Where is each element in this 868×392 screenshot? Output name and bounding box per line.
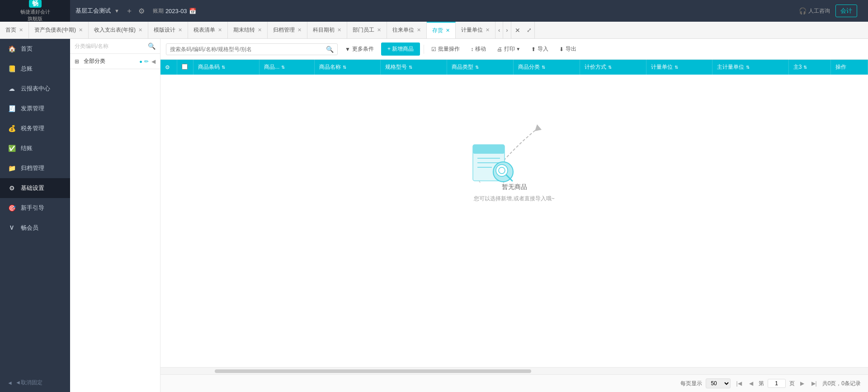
tab-template-close[interactable]: ✕ bbox=[178, 27, 182, 33]
tab-tax-close[interactable]: ✕ bbox=[218, 27, 222, 33]
top-bar-right: 🎧 人工咨询 会计 bbox=[799, 5, 863, 17]
empty-illustration bbox=[447, 111, 582, 183]
product-search-input[interactable] bbox=[170, 46, 326, 52]
tab-subject-label: 科目期初 bbox=[313, 26, 335, 34]
horizontal-scrollbar[interactable] bbox=[160, 367, 868, 374]
sidebar-item-member[interactable]: V 畅会员 bbox=[0, 218, 70, 238]
member-icon: V bbox=[7, 223, 16, 232]
tab-income-close[interactable]: ✕ bbox=[138, 27, 142, 33]
export-icon: ⬇ bbox=[559, 46, 564, 52]
th-barcode[interactable]: 商品条码⇅ bbox=[193, 60, 259, 75]
new-product-button[interactable]: + 新增商品 bbox=[381, 43, 420, 56]
tab-balance-sheet[interactable]: 资产负债表(中期) ✕ bbox=[29, 22, 89, 39]
product-search-icon[interactable]: 🔍 bbox=[326, 46, 334, 53]
category-search-icon[interactable]: 🔍 bbox=[148, 43, 156, 50]
sidebar-item-settings[interactable]: ⚙ 基础设置 bbox=[0, 178, 70, 198]
category-edit-icon[interactable]: ✏ bbox=[144, 58, 149, 65]
page-first-btn[interactable]: |◀ bbox=[734, 380, 743, 387]
tab-unit[interactable]: 计量单位 ✕ bbox=[456, 22, 495, 39]
select-all-checkbox[interactable] bbox=[182, 64, 188, 70]
sidebar-item-reports[interactable]: ☁ 云报表中心 bbox=[0, 79, 70, 99]
th-spec[interactable]: 规格型号⇅ bbox=[381, 60, 447, 75]
sidebar-item-invoice[interactable]: 🧾 发票管理 bbox=[0, 99, 70, 118]
tab-dept-close[interactable]: ✕ bbox=[377, 27, 381, 33]
export-button[interactable]: ⬇ 导出 bbox=[556, 43, 580, 55]
page-prev-btn[interactable]: ◀ bbox=[747, 380, 755, 387]
tab-subject-close[interactable]: ✕ bbox=[337, 27, 341, 33]
export-label: 导出 bbox=[566, 45, 576, 53]
scrollbar-thumb[interactable] bbox=[215, 369, 531, 373]
tab-inventory[interactable]: 存货 ✕ bbox=[427, 22, 456, 39]
category-label[interactable]: 全部分类 bbox=[84, 57, 139, 65]
category-collapse-icon[interactable]: ◀ bbox=[151, 58, 156, 65]
th-pricing[interactable]: 计价方式⇅ bbox=[580, 60, 646, 75]
tab-unit-close[interactable]: ✕ bbox=[486, 27, 490, 33]
tab-contacts-close[interactable]: ✕ bbox=[417, 27, 421, 33]
sidebar-item-checkout-label: 结账 bbox=[21, 144, 33, 152]
page-last-btn[interactable]: ▶| bbox=[810, 380, 819, 387]
add-tab-icon[interactable]: ＋ bbox=[126, 6, 133, 16]
tab-home[interactable]: 首页 ✕ bbox=[0, 22, 29, 39]
sidebar-item-guide[interactable]: 🎯 新手引导 bbox=[0, 198, 70, 218]
sidebar-collapse-btn[interactable]: ◄ ◄取消固定 bbox=[0, 373, 70, 392]
empty-main-text: 暂无商品 bbox=[502, 183, 527, 191]
th-type[interactable]: 商品类型⇅ bbox=[447, 60, 514, 75]
th-col3[interactable]: 主3⇅ bbox=[788, 60, 831, 75]
tab-archive-close[interactable]: ✕ bbox=[297, 27, 302, 33]
sidebar: 🏠 首页 📒 总账 ☁ 云报表中心 🧾 发票管理 💰 税务管理 ✅ 结账 📁 归… bbox=[0, 39, 70, 392]
th-settings[interactable]: ⚙ bbox=[160, 60, 177, 75]
th-category[interactable]: 商品分类⇅ bbox=[513, 60, 580, 75]
category-search-box: 🔍 bbox=[70, 39, 160, 54]
category-search-input[interactable] bbox=[75, 43, 148, 49]
company-dropdown-icon[interactable]: ▼ bbox=[114, 8, 119, 14]
th-code[interactable]: 商品...⇅ bbox=[259, 60, 314, 75]
batch-icon: ☑ bbox=[431, 46, 436, 52]
filter-button[interactable]: ▼ 更多条件 bbox=[341, 43, 377, 55]
sidebar-item-tax[interactable]: 💰 税务管理 bbox=[0, 118, 70, 138]
print-button[interactable]: 🖨 打印 ▼ bbox=[493, 43, 524, 55]
th-name[interactable]: 商品名称⇅ bbox=[314, 60, 381, 75]
print-icon: 🖨 bbox=[497, 46, 502, 52]
move-icon: ↕ bbox=[471, 46, 473, 52]
tab-contacts[interactable]: 往来单位 ✕ bbox=[387, 22, 427, 39]
help-button[interactable]: 🎧 人工咨询 bbox=[799, 7, 830, 15]
tab-balance-close[interactable]: ✕ bbox=[79, 27, 83, 33]
pagination-bar: 每页显示 50 100 200 |◀ ◀ 第 页 ▶ ▶| 共0页，0 bbox=[160, 374, 868, 392]
move-button[interactable]: ↕ 移动 bbox=[467, 43, 490, 55]
tab-home-close[interactable]: ✕ bbox=[19, 27, 23, 33]
tab-archive[interactable]: 归档管理 ✕ bbox=[268, 22, 307, 39]
tab-close-all[interactable]: ✕ bbox=[511, 22, 524, 39]
total-records-label: 共0页，0条记录 bbox=[822, 380, 861, 387]
tab-dept[interactable]: 部门员工 ✕ bbox=[347, 22, 387, 39]
tab-inventory-label: 存货 bbox=[432, 27, 443, 34]
tab-tax-list[interactable]: 税表清单 ✕ bbox=[188, 22, 228, 39]
th-unit[interactable]: 计量单位⇅ bbox=[646, 60, 712, 75]
page-number-input[interactable] bbox=[768, 379, 786, 388]
sidebar-item-archive[interactable]: 📁 归档管理 bbox=[0, 158, 70, 178]
tab-income[interactable]: 收入支出表(年报) ✕ bbox=[89, 22, 148, 39]
invoice-icon: 🧾 bbox=[7, 104, 16, 113]
tab-subject-init[interactable]: 科目期初 ✕ bbox=[307, 22, 347, 39]
tab-nav-right[interactable]: › bbox=[503, 22, 511, 39]
tab-template[interactable]: 模版设计 ✕ bbox=[148, 22, 188, 39]
import-button[interactable]: ⬆ 导入 bbox=[528, 43, 552, 55]
sidebar-item-member-label: 畅会员 bbox=[21, 224, 38, 232]
sidebar-item-checkout[interactable]: ✅ 结账 bbox=[0, 138, 70, 158]
page-size-select[interactable]: 50 100 200 bbox=[706, 378, 731, 388]
tab-nav-left[interactable]: ‹ bbox=[495, 22, 503, 39]
sidebar-item-ledger[interactable]: 📒 总账 bbox=[0, 59, 70, 79]
tab-period-close[interactable]: 期末结转 ✕ bbox=[228, 22, 268, 39]
calendar-icon[interactable]: 📅 bbox=[189, 8, 196, 14]
company-name[interactable]: 基层工会测试 bbox=[75, 7, 111, 15]
tab-expand[interactable]: ⤢ bbox=[524, 22, 535, 39]
tab-inventory-close[interactable]: ✕ bbox=[446, 28, 450, 33]
th-main-unit[interactable]: 主计量单位⇅ bbox=[712, 60, 789, 75]
account-button[interactable]: 会计 bbox=[835, 5, 857, 17]
page-next-btn[interactable]: ▶ bbox=[798, 380, 806, 387]
th-checkbox[interactable] bbox=[177, 60, 193, 75]
table-scroll[interactable]: ⚙ 商品条码⇅ 商品...⇅ 商品名称⇅ 规格型号⇅ 商品类型⇅ 商品分类⇅ 计… bbox=[160, 60, 868, 367]
settings-gear-icon[interactable]: ⚙ bbox=[138, 7, 145, 15]
batch-operation-button[interactable]: ☑ 批量操作 bbox=[428, 43, 463, 55]
tab-period-close-btn[interactable]: ✕ bbox=[258, 27, 262, 33]
sidebar-item-home[interactable]: 🏠 首页 bbox=[0, 39, 70, 59]
